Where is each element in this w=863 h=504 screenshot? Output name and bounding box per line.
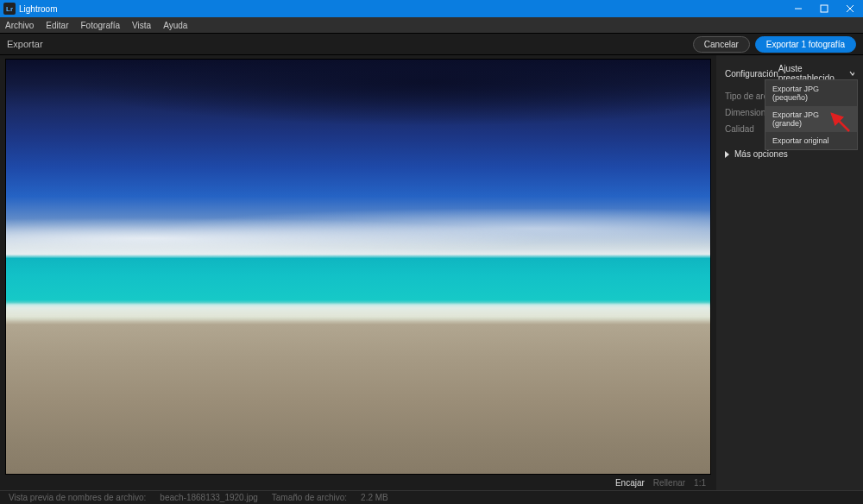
menu-editar[interactable]: Editar bbox=[46, 21, 68, 30]
image-preview[interactable] bbox=[5, 59, 711, 475]
preview-footer: Encajar Rellenar 1:1 bbox=[5, 475, 711, 490]
minimize-button[interactable] bbox=[785, 0, 811, 17]
app-icon: Lr bbox=[3, 3, 16, 15]
status-prefix: Vista previa de nombres de archivo: bbox=[9, 493, 146, 502]
menu-ayuda[interactable]: Ayuda bbox=[163, 21, 187, 30]
maximize-button[interactable] bbox=[811, 0, 837, 17]
chevron-down-icon bbox=[849, 70, 855, 77]
menu-fotografia[interactable]: Fotografía bbox=[80, 21, 120, 30]
close-button[interactable] bbox=[837, 0, 863, 17]
config-label: Configuración bbox=[725, 69, 778, 79]
fill-button[interactable]: Rellenar bbox=[653, 478, 685, 488]
fit-button[interactable]: Encajar bbox=[615, 478, 645, 488]
status-bar: Vista previa de nombres de archivo: beac… bbox=[0, 490, 863, 504]
quality-label: Calidad bbox=[725, 124, 754, 134]
menu-archivo[interactable]: Archivo bbox=[5, 21, 34, 30]
preset-option-large[interactable]: Exportar JPG (grande) bbox=[765, 106, 857, 132]
svg-rect-1 bbox=[821, 5, 828, 12]
preview-pane: Encajar Rellenar 1:1 bbox=[0, 55, 716, 490]
window-titlebar: Lr Lightroom bbox=[0, 0, 863, 17]
app-title: Lightroom bbox=[19, 4, 785, 14]
toolbar-title: Exportar bbox=[7, 39, 693, 49]
menu-bar: Archivo Editar Fotografía Vista Ayuda bbox=[0, 17, 863, 33]
more-options-label: Más opciones bbox=[734, 149, 788, 159]
preset-option-small[interactable]: Exportar JPG (pequeño) bbox=[765, 80, 857, 106]
status-filename: beach-1868133_1920.jpg bbox=[160, 493, 257, 502]
export-button[interactable]: Exportar 1 fotografía bbox=[755, 36, 856, 53]
menu-vista[interactable]: Vista bbox=[132, 21, 151, 30]
chevron-right-icon bbox=[725, 151, 729, 158]
cancel-button[interactable]: Cancelar bbox=[693, 36, 750, 53]
one-to-one-button[interactable]: 1:1 bbox=[694, 478, 706, 488]
preset-option-original[interactable]: Exportar original bbox=[765, 132, 857, 149]
status-size-value: 2.2 MB bbox=[361, 493, 388, 502]
settings-sidebar: Configuración Ajuste preestablecido Tipo… bbox=[716, 55, 863, 490]
status-size-label: Tamaño de archivo: bbox=[272, 493, 347, 502]
export-toolbar: Exportar Cancelar Exportar 1 fotografía bbox=[0, 33, 863, 55]
preset-dropdown-menu: Exportar JPG (pequeño) Exportar JPG (gra… bbox=[765, 79, 858, 150]
